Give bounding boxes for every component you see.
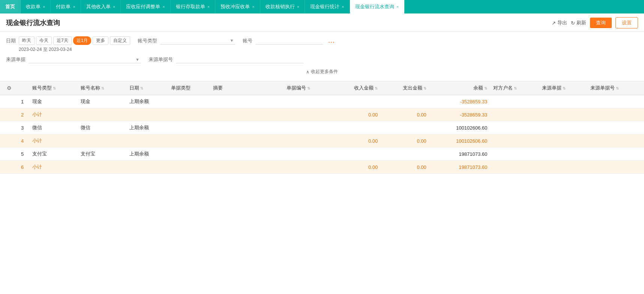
cell-11 <box>490 121 539 134</box>
nav-close-icon[interactable]: × <box>73 4 75 9</box>
cell-10: 100102606.60 <box>429 134 490 148</box>
doc-number-column-header[interactable]: 单据编号⇅ <box>284 81 332 95</box>
nav-item-home[interactable]: 首页 <box>0 0 21 13</box>
table-row: 3微信微信上期余额100102606.60 <box>0 121 644 134</box>
account-name-column-header[interactable]: 账号名称⇅ <box>78 81 126 95</box>
nav-close-icon[interactable]: × <box>297 4 299 9</box>
sort-icon: ⇅ <box>423 86 426 90</box>
source-doc-num-column-header[interactable]: 来源单据号⇅ <box>587 81 644 95</box>
cell-3 <box>78 108 126 121</box>
refresh-button[interactable]: ↻ 刷新 <box>571 19 586 26</box>
export-icon: ↗ <box>552 20 556 26</box>
date-btn-近1月[interactable]: 近1月 <box>73 36 92 45</box>
nav-close-icon[interactable]: × <box>113 4 115 9</box>
nav-item-cash-bank-flow[interactable]: 现金银行流水查询× <box>350 0 404 13</box>
cell-2: 支付宝 <box>29 148 78 161</box>
nav-close-icon[interactable]: × <box>207 4 210 9</box>
settings-button[interactable]: 设置 <box>615 17 638 28</box>
nav-close-icon[interactable]: × <box>396 4 399 9</box>
date-btn-今天[interactable]: 今天 <box>36 36 52 45</box>
filter-row-2: 来源单据 ▼ 来源单据号 <box>6 56 638 63</box>
date-btn-更多[interactable]: 更多 <box>93 36 108 45</box>
cell-0 <box>0 161 18 174</box>
nav-item-bank-deposit[interactable]: 银行存取款单× <box>171 0 215 13</box>
nav-close-icon[interactable]: × <box>342 4 344 9</box>
account-type-select[interactable]: 现金微信支付宝银行 <box>160 37 235 44</box>
table-row: 1现金现金上期余额-3528659.33 <box>0 95 644 108</box>
date-btn-近7天[interactable]: 近7天 <box>53 36 72 45</box>
gear-column-header[interactable]: ⚙ <box>0 81 18 95</box>
cell-12 <box>539 95 587 108</box>
cell-9 <box>381 121 429 134</box>
date-column-header[interactable]: 日期⇅ <box>126 81 168 95</box>
cell-11 <box>490 95 539 108</box>
collapse-label: 收起更多条件 <box>311 69 338 75</box>
cell-0 <box>0 95 18 108</box>
source-doc-num-input[interactable] <box>176 56 303 63</box>
expense-column-header[interactable]: 支出金额⇅ <box>381 81 429 95</box>
cell-6 <box>210 134 284 148</box>
cell-9: 0.00 <box>381 161 429 174</box>
date-btn-昨天[interactable]: 昨天 <box>19 36 35 45</box>
cell-7 <box>284 148 332 161</box>
cell-1: 4 <box>18 134 29 148</box>
nav-item-ar-adjustment[interactable]: 应收应付调整单× <box>121 0 170 13</box>
doc-type-column-header: 单据类型 <box>168 81 210 95</box>
gear-icon[interactable]: ⚙ <box>6 85 12 91</box>
nav-close-icon[interactable]: × <box>162 4 165 9</box>
nav-item-other-income[interactable]: 其他收入单× <box>81 0 121 13</box>
cell-12 <box>539 108 587 121</box>
export-button[interactable]: ↗ 导出 <box>552 19 567 26</box>
cell-2: 微信 <box>29 121 78 134</box>
balance-column-header[interactable]: 余额⇅ <box>429 81 490 95</box>
cell-10: 19871073.60 <box>429 148 490 161</box>
cell-0 <box>0 134 18 148</box>
collapse-bar[interactable]: ∧ 收起更多条件 <box>6 67 638 76</box>
income-column-header[interactable]: 收入金额⇅ <box>332 81 381 95</box>
sort-icon: ⇅ <box>563 86 566 90</box>
sort-icon: ⇅ <box>140 86 143 90</box>
table-container: ⚙ 账号类型⇅ 账号名称⇅ 日期⇅ 单据类型 摘要 单据编号⇅ 收入金额⇅ 支出… <box>0 81 644 174</box>
source-doc-label: 来源单据 <box>6 56 26 63</box>
cell-1: 5 <box>18 148 29 161</box>
cell-12 <box>539 161 587 174</box>
nav-item-payment[interactable]: 付款单× <box>51 0 81 13</box>
query-button[interactable]: 查询 <box>590 18 612 28</box>
cell-2: 小计 <box>29 108 78 121</box>
date-btn-自定义[interactable]: 自定义 <box>110 36 130 45</box>
account-input[interactable] <box>255 37 323 45</box>
header-actions: ↗ 导出 ↻ 刷新 查询 设置 <box>552 17 638 28</box>
nav-item-cash-bank-stats[interactable]: 现金银行统计× <box>305 0 350 13</box>
filter-row-1: 日期 昨天今天近7天近1月更多自定义 账号类型 现金微信支付宝银行 ▼ 账号 <box>6 36 638 45</box>
table-row: 6小计0.000.0019871073.60 <box>0 161 644 174</box>
nav-close-icon[interactable]: × <box>252 4 254 9</box>
cell-0 <box>0 148 18 161</box>
cell-7 <box>284 108 332 121</box>
cell-2: 小计 <box>29 134 78 148</box>
nav-item-collection-exec[interactable]: 收款核销执行× <box>260 0 305 13</box>
cell-4 <box>126 134 168 148</box>
sort-icon: ⇅ <box>101 86 104 90</box>
cell-9: 0.00 <box>381 134 429 148</box>
table-row: 5支付宝支付宝上期余额19871073.60 <box>0 148 644 161</box>
cell-3: 现金 <box>78 95 126 108</box>
account-type-column-header[interactable]: 账号类型⇅ <box>29 81 78 95</box>
nav-item-prepayment[interactable]: 预收冲应收单× <box>215 0 260 13</box>
cell-5 <box>168 134 210 148</box>
account-filter-group: 账号 ... <box>243 37 335 45</box>
account-dots-button[interactable]: ... <box>328 38 335 44</box>
sort-icon: ⇅ <box>307 86 310 90</box>
cell-8: 0.00 <box>332 134 381 148</box>
data-table: ⚙ 账号类型⇅ 账号名称⇅ 日期⇅ 单据类型 摘要 单据编号⇅ 收入金额⇅ 支出… <box>0 81 644 174</box>
counterpart-column-header[interactable]: 对方户名⇅ <box>490 81 539 95</box>
cell-10: -3528659.33 <box>429 95 490 108</box>
cell-6 <box>210 148 284 161</box>
nav-close-icon[interactable]: × <box>43 4 45 9</box>
nav-item-receipt[interactable]: 收款单× <box>21 0 51 13</box>
source-doc-select[interactable] <box>29 56 141 63</box>
cell-11 <box>490 148 539 161</box>
cell-13 <box>587 161 644 174</box>
cell-2: 现金 <box>29 95 78 108</box>
cell-4: 上期余额 <box>126 95 168 108</box>
source-doc-column-header[interactable]: 来源单据⇅ <box>539 81 587 95</box>
